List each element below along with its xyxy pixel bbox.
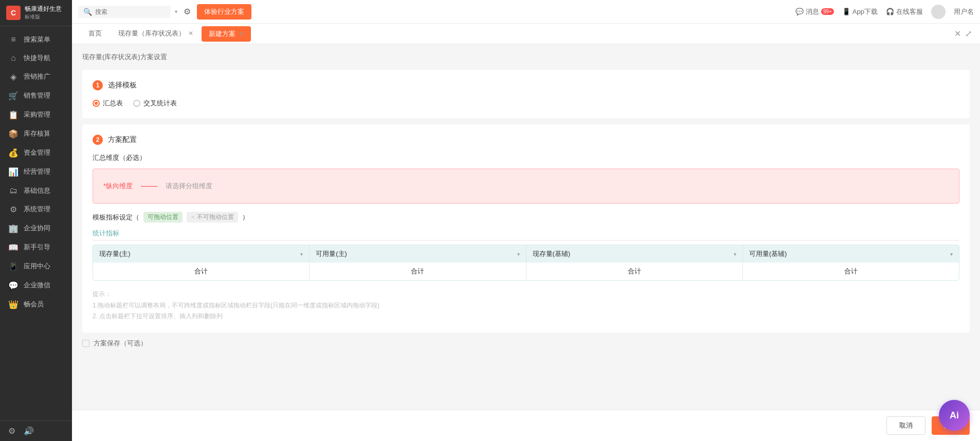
sidebar-item-label: 系统管理 — [24, 205, 50, 214]
movable-tag: 可拖动位置 — [143, 212, 183, 223]
user-avatar[interactable] — [931, 5, 946, 19]
tab-inventory-close[interactable]: ✕ — [188, 30, 193, 37]
tab-controls: ✕ ⤢ — [954, 29, 972, 39]
topbar-right: 💬 消息 99+ 📱 App下载 🎧 在线客服 用户名 — [795, 5, 974, 19]
dimension-section-label: 汇总维度（必选） — [93, 153, 959, 162]
username-label: 用户名 — [954, 7, 974, 16]
purchase-icon: 📋 — [8, 110, 19, 120]
tab-inventory-label: 现存量（库存状况表） — [118, 29, 185, 38]
sidebar-item-basic-info[interactable]: 🗂 基础信息 — [0, 181, 72, 200]
app-name: 畅康通好生意 — [25, 5, 62, 13]
stat-table: 现存量(主) ▾ 可用量(主) ▾ 现存量(基辅) ▾ 可用量(基辅) — [93, 245, 959, 281]
col-current-aux-chevron[interactable]: ▾ — [734, 251, 736, 257]
online-service-button[interactable]: 🎧 在线客服 — [886, 7, 923, 16]
col-available-aux[interactable]: 可用量(基辅) ▾ — [743, 245, 959, 263]
app-icon: 📱 — [842, 8, 850, 15]
sound-bottom-icon[interactable]: 🔊 — [24, 426, 34, 436]
sidebar-item-label: 经营管理 — [24, 167, 50, 176]
vertical-dimension-label: *纵向维度 — [103, 181, 133, 191]
save-checkbox[interactable] — [82, 340, 89, 347]
tips-title: 提示： — [93, 289, 959, 300]
sidebar-item-wechat[interactable]: 💬 企业微信 — [0, 276, 72, 295]
col-current-main[interactable]: 现存量(主) ▾ — [93, 245, 310, 263]
sidebar-item-finance[interactable]: 💰 资金管理 — [0, 143, 72, 162]
dimension-box[interactable]: *纵向维度 —— 请选择分组维度 — [93, 169, 959, 204]
message-label: 消息 — [806, 7, 819, 16]
col-current-aux[interactable]: 现存量(基辅) ▾ — [527, 245, 743, 263]
tab-new-close[interactable]: ✕ — [239, 30, 244, 38]
dimension-arrow: —— — [141, 181, 157, 191]
indicator-setting-prefix: 模板指标设定（ — [93, 213, 139, 222]
sidebar-item-system[interactable]: ⚙ 系统管理 — [0, 200, 72, 219]
col-available-aux-chevron[interactable]: ▾ — [950, 251, 953, 257]
step1-card: 1 选择模板 汇总表 交叉统计表 — [82, 70, 970, 118]
step1-title: 选择模板 — [108, 81, 137, 90]
new-guide-icon: 📖 — [8, 243, 19, 252]
trial-button[interactable]: 体验行业方案 — [197, 4, 251, 20]
operations-icon: 📊 — [8, 167, 19, 177]
tab-close-btn[interactable]: ✕ — [954, 29, 961, 39]
sidebar-item-label: 企业协同 — [24, 224, 50, 233]
sidebar-item-inventory[interactable]: 📦 库存核算 — [0, 124, 72, 143]
sidebar-item-label: 库存核算 — [24, 129, 50, 138]
sidebar-item-label: 企业微信 — [24, 281, 50, 290]
tips-section: 提示： 1.拖动标题栏可以调整布局，不可跨维度或指标区域拖动栏目字段(只能在同一… — [93, 289, 959, 322]
tip-item-0: 1.拖动标题栏可以调整布局，不可跨维度或指标区域拖动栏目字段(只能在同一维度或指… — [93, 300, 959, 311]
step2-header: 2 方案配置 — [93, 135, 959, 145]
radio-cross[interactable]: 交叉统计表 — [133, 99, 177, 108]
sidebar-item-app-center[interactable]: 📱 应用中心 — [0, 257, 72, 276]
sidebar-item-label: 营销推广 — [24, 72, 50, 81]
sidebar-item-purchase[interactable]: 📋 采购管理 — [0, 105, 72, 124]
tab-home[interactable]: 首页 — [80, 25, 110, 43]
settings-bottom-icon[interactable]: ⚙ — [8, 426, 15, 436]
ai-bubble-button[interactable]: Ai — [939, 400, 970, 431]
sidebar-item-sales[interactable]: 🛒 销售管理 — [0, 86, 72, 105]
sidebar-item-label: 新手引导 — [24, 243, 50, 252]
sidebar-item-quick-nav[interactable]: ⌂ 快捷导航 — [0, 49, 72, 67]
sales-icon: 🛒 — [8, 91, 19, 101]
tab-expand-btn[interactable]: ⤢ — [965, 29, 972, 39]
sidebar-item-member[interactable]: 👑 畅会员 — [0, 295, 72, 314]
sidebar-item-label: 采购管理 — [24, 110, 50, 119]
radio-summary[interactable]: 汇总表 — [93, 99, 123, 108]
cell-0-0: 合计 — [93, 263, 310, 280]
radio-cross-label: 交叉统计表 — [143, 99, 177, 108]
inventory-icon: 📦 — [8, 129, 19, 139]
tab-new-scheme[interactable]: 新建方案 ✕ — [202, 26, 251, 42]
search-chevron-icon[interactable]: ▾ — [175, 9, 177, 14]
stat-table-header: 现存量(主) ▾ 可用量(主) ▾ 现存量(基辅) ▾ 可用量(基辅) — [93, 245, 959, 263]
tab-new-label: 新建方案 — [209, 29, 235, 39]
template-options: 汇总表 交叉统计表 — [93, 99, 959, 108]
basic-info-icon: 🗂 — [8, 186, 19, 195]
search-box[interactable]: 🔍 — [78, 6, 171, 18]
sidebar-item-search-menu[interactable]: ≡ 搜索菜单 — [0, 30, 72, 49]
cancel-button[interactable]: 取消 — [886, 416, 925, 435]
cell-0-3: 合计 — [743, 263, 959, 280]
search-input[interactable] — [95, 8, 157, 15]
sidebar-item-enterprise[interactable]: 🏢 企业协同 — [0, 219, 72, 238]
unmovable-tag: 不可拖动位置 — [187, 212, 238, 223]
col-available-main[interactable]: 可用量(主) ▾ — [310, 245, 526, 263]
cell-0-1: 合计 — [310, 263, 526, 280]
col-current-main-chevron[interactable]: ▾ — [300, 251, 303, 257]
gear-icon[interactable]: ⚙ — [184, 7, 191, 16]
tab-inventory-status[interactable]: 现存量（库存状况表） ✕ — [110, 25, 202, 43]
cell-0-2: 合计 — [527, 263, 743, 280]
radio-summary-dot — [93, 100, 100, 107]
col-available-main-chevron[interactable]: ▾ — [517, 251, 520, 257]
sidebar-item-label: 应用中心 — [24, 262, 50, 271]
bottom-bar: 取消 查询 — [72, 410, 980, 441]
logo-icon: C — [6, 6, 21, 20]
member-icon: 👑 — [8, 300, 19, 309]
sidebar-item-operations[interactable]: 📊 经营管理 — [0, 162, 72, 181]
search-icon: 🔍 — [83, 8, 92, 16]
sidebar-item-marketing[interactable]: ◈ 营销推广 — [0, 67, 72, 86]
app-download-button[interactable]: 📱 App下载 — [842, 7, 878, 16]
step2-num: 2 — [93, 135, 103, 145]
sidebar-item-new-guide[interactable]: 📖 新手引导 — [0, 238, 72, 257]
topbar: 🔍 ▾ ⚙ 体验行业方案 💬 消息 99+ 📱 App下载 🎧 在线客服 用户名 — [72, 0, 980, 24]
main-content: 现存量(库存状况表)方案设置 1 选择模板 汇总表 交叉统计表 2 — [72, 44, 980, 410]
message-button[interactable]: 💬 消息 99+ — [795, 7, 834, 16]
save-option: 方案保存（可选） — [82, 339, 970, 348]
quick-nav-icon: ⌂ — [8, 53, 19, 63]
